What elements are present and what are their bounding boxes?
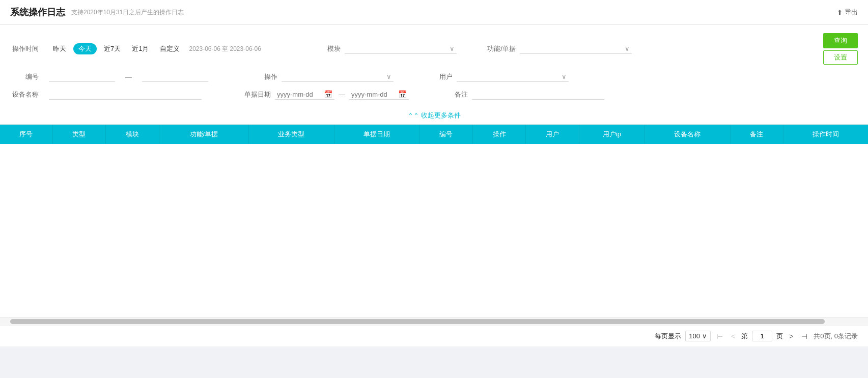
table-col-设备名称: 设备名称 bbox=[645, 125, 730, 144]
number-dash: — bbox=[125, 73, 132, 81]
device-label: 设备名称 bbox=[10, 90, 39, 99]
remark-label: 备注 bbox=[439, 90, 468, 99]
func-label: 功能/单据 bbox=[487, 44, 516, 53]
page-title: 系统操作日志 bbox=[10, 6, 65, 18]
device-input[interactable] bbox=[49, 90, 202, 100]
page-unit: 页 bbox=[776, 332, 783, 341]
number-to-input[interactable] bbox=[142, 72, 208, 82]
time-btn-custom[interactable]: 自定义 bbox=[156, 43, 184, 54]
filter-row-3: 设备名称 单据日期 📅 — 📅 备注 bbox=[10, 89, 858, 100]
settings-button[interactable]: 设置 bbox=[823, 50, 858, 65]
table-col-序号: 序号 bbox=[0, 125, 52, 144]
time-btn-7days[interactable]: 近7天 bbox=[100, 43, 125, 54]
collapse-bar[interactable]: ⌃⌃ 收起更多条件 bbox=[0, 107, 868, 125]
time-btn-yesterday[interactable]: 昨天 bbox=[49, 43, 70, 54]
remark-input[interactable] bbox=[472, 90, 604, 100]
last-page-button[interactable]: ⊣ bbox=[799, 331, 809, 341]
prev-page-button[interactable]: < bbox=[729, 331, 737, 341]
date-range-display: 2023-06-06 至 2023-06-06 bbox=[189, 45, 261, 53]
table-col-功能/单据: 功能/单据 bbox=[159, 125, 248, 144]
filter-section: 操作时间 昨天 今天 近7天 近1月 自定义 2023-06-06 至 2023… bbox=[0, 25, 868, 125]
calendar-from-icon[interactable]: 📅 bbox=[324, 90, 332, 98]
operation-label: 操作 bbox=[249, 72, 277, 81]
user-chevron-icon: ∨ bbox=[562, 73, 567, 80]
table-col-单据日期: 单据日期 bbox=[334, 125, 419, 144]
empty-area bbox=[0, 144, 868, 317]
export-icon: ⬆ bbox=[837, 9, 843, 16]
user-label: 用户 bbox=[424, 72, 453, 81]
page-label: 第 bbox=[741, 332, 748, 341]
action-buttons: 查询 设置 bbox=[823, 33, 858, 65]
data-table: 序号类型模块功能/单据业务类型单据日期编号操作用户用户ip设备名称备注操作时间 bbox=[0, 125, 868, 144]
export-label: 导出 bbox=[845, 8, 858, 17]
horizontal-scrollbar[interactable] bbox=[0, 317, 868, 325]
page-size-chevron: ∨ bbox=[702, 332, 707, 340]
time-label: 操作时间 bbox=[10, 44, 39, 53]
page-number-input[interactable] bbox=[752, 331, 772, 341]
date-from-wrap: 📅 bbox=[275, 89, 334, 100]
next-page-button[interactable]: > bbox=[787, 331, 795, 341]
page-size-select[interactable]: 100 ∨ bbox=[685, 331, 711, 341]
table-col-模块: 模块 bbox=[106, 125, 159, 144]
func-chevron-icon: ∨ bbox=[625, 45, 630, 52]
table-header: 序号类型模块功能/单据业务类型单据日期编号操作用户用户ip设备名称备注操作时间 bbox=[0, 125, 868, 144]
table-col-操作时间: 操作时间 bbox=[783, 125, 868, 144]
time-buttons: 昨天 今天 近7天 近1月 自定义 2023-06-06 至 2023-06-0… bbox=[49, 43, 261, 54]
page-header: 系统操作日志 支持2020年10月31日之后产生的操作日志 ⬆ 导出 bbox=[0, 0, 868, 25]
table-col-用户: 用户 bbox=[526, 125, 579, 144]
filter-row-1: 操作时间 昨天 今天 近7天 近1月 自定义 2023-06-06 至 2023… bbox=[10, 33, 858, 65]
number-from-input[interactable] bbox=[49, 72, 115, 82]
number-label: 编号 bbox=[10, 72, 39, 81]
table-col-备注: 备注 bbox=[730, 125, 783, 144]
query-button[interactable]: 查询 bbox=[823, 33, 858, 48]
user-select[interactable]: ∨ bbox=[457, 72, 569, 82]
collapse-label: 收起更多条件 bbox=[421, 111, 461, 120]
func-select[interactable]: ∨ bbox=[520, 44, 632, 54]
operation-chevron-icon: ∨ bbox=[386, 73, 391, 80]
collapse-up-icon: ⌃⌃ bbox=[408, 112, 419, 120]
page-subtitle: 支持2020年10月31日之后产生的操作日志 bbox=[71, 8, 184, 17]
per-page-label: 每页显示 bbox=[655, 332, 681, 341]
date-from-input[interactable] bbox=[277, 91, 322, 98]
total-info: 共0页, 0条记录 bbox=[814, 332, 858, 341]
table-col-业务类型: 业务类型 bbox=[249, 125, 334, 144]
filter-row-2: 编号 — 操作 ∨ 用户 ∨ bbox=[10, 72, 858, 82]
module-chevron-icon: ∨ bbox=[450, 45, 455, 52]
table-col-操作: 操作 bbox=[472, 125, 525, 144]
date-dash: — bbox=[339, 91, 345, 98]
table-col-用户ip: 用户ip bbox=[579, 125, 645, 144]
export-button[interactable]: ⬆ 导出 bbox=[837, 8, 858, 17]
first-page-button[interactable]: ⊢ bbox=[715, 331, 725, 341]
date-to-wrap: 📅 bbox=[349, 89, 409, 100]
time-btn-today[interactable]: 今天 bbox=[73, 43, 97, 54]
time-btn-1month[interactable]: 近1月 bbox=[128, 43, 153, 54]
table-section: 序号类型模块功能/单据业务类型单据日期编号操作用户用户ip设备名称备注操作时间 bbox=[0, 125, 868, 317]
operation-select[interactable]: ∨ bbox=[282, 72, 394, 82]
table-col-类型: 类型 bbox=[52, 125, 105, 144]
table-col-编号: 编号 bbox=[419, 125, 472, 144]
date-to-input[interactable] bbox=[351, 91, 396, 98]
page-size-value: 100 bbox=[689, 332, 700, 340]
module-label: 模块 bbox=[312, 44, 341, 53]
module-select[interactable]: ∨ bbox=[345, 44, 457, 54]
calendar-to-icon[interactable]: 📅 bbox=[398, 90, 407, 98]
voucher-date-label: 单据日期 bbox=[242, 90, 271, 99]
scrollbar-thumb[interactable] bbox=[10, 319, 825, 324]
pagination-bar: 每页显示 100 ∨ ⊢ < 第 页 > ⊣ 共0页, 0条记录 bbox=[0, 325, 868, 346]
